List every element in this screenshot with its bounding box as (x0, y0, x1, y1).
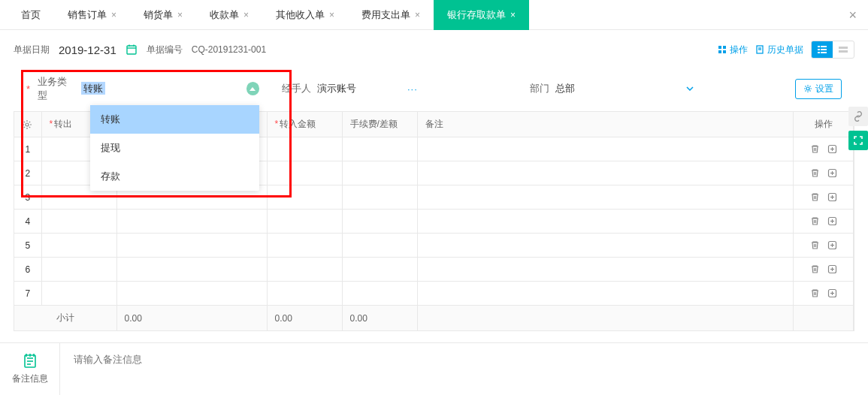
notes-icon (22, 353, 38, 369)
row-index: 4 (14, 210, 41, 234)
subtotal-label: 小计 (14, 306, 116, 331)
tab-other-income[interactable]: 其他收入单× (262, 0, 348, 30)
dept-value[interactable]: 总部 (555, 82, 575, 95)
dropdown-option-deposit[interactable]: 存款 (90, 162, 259, 191)
row-index: 6 (14, 258, 41, 282)
svg-rect-16 (821, 52, 827, 53)
close-icon[interactable]: × (111, 0, 116, 30)
view-card-button[interactable] (833, 41, 854, 58)
ellipsis-icon[interactable]: ··· (407, 83, 418, 95)
tab-expense[interactable]: 费用支出单× (348, 0, 434, 30)
row-index: 5 (14, 234, 41, 258)
svg-rect-6 (718, 50, 721, 53)
row-index: 7 (14, 282, 41, 306)
doc-header: 单据日期 2019-12-31 单据编号 CQ-20191231-001 操作 … (0, 30, 868, 69)
view-list-button[interactable] (812, 41, 833, 58)
svg-rect-13 (818, 49, 820, 50)
close-icon[interactable]: × (177, 0, 183, 30)
link-icon[interactable] (848, 107, 868, 126)
svg-rect-0 (127, 46, 136, 54)
table-row[interactable]: 6 (14, 258, 854, 282)
tab-bank-transfer[interactable]: 银行存取款单× (434, 0, 529, 30)
svg-rect-17 (839, 47, 848, 49)
delete-row-icon[interactable] (810, 144, 820, 154)
gear-column-header[interactable] (14, 112, 41, 137)
handler-value[interactable]: 演示账号 (317, 82, 356, 95)
doc-no-value: CQ-20191231-001 (192, 44, 266, 55)
add-row-icon[interactable] (827, 216, 837, 226)
dropdown-option-withdraw[interactable]: 提现 (90, 134, 259, 162)
table-row[interactable]: 4 (14, 210, 854, 234)
tab-bar: 首页 销售订单× 销货单× 收款单× 其他收入单× 费用支出单× 银行存取款单×… (0, 0, 868, 30)
close-icon[interactable]: × (243, 0, 249, 30)
date-value[interactable]: 2019-12-31 (59, 44, 116, 56)
col-remark: 备注 (417, 112, 794, 137)
svg-rect-7 (723, 50, 726, 53)
row-index: 2 (14, 161, 41, 185)
view-toggle (811, 41, 854, 59)
delete-row-icon[interactable] (810, 288, 820, 298)
add-row-icon[interactable] (827, 240, 837, 250)
svg-rect-12 (821, 46, 827, 47)
expand-icon[interactable] (848, 131, 868, 150)
close-icon[interactable]: × (329, 0, 334, 30)
delete-row-icon[interactable] (810, 192, 820, 202)
table-row[interactable]: 7 (14, 282, 854, 306)
biz-type-select[interactable]: 转账 (81, 79, 240, 99)
row-index: 1 (14, 137, 41, 161)
biz-type-label: 业务类型 (38, 75, 75, 102)
tab-home[interactable]: 首页 (8, 0, 54, 30)
subtotal-in: 0.00 (267, 306, 342, 331)
notes-tab[interactable]: 备注信息 (0, 343, 60, 395)
footer-notes: 备注信息 (0, 342, 868, 395)
svg-rect-4 (718, 46, 721, 49)
delete-row-icon[interactable] (810, 264, 820, 274)
history-link[interactable]: 历史单据 (755, 44, 803, 56)
tab-sales-order[interactable]: 销售订单× (54, 0, 130, 30)
float-toolbar (848, 107, 868, 150)
delete-row-icon[interactable] (810, 168, 820, 178)
date-label: 单据日期 (14, 44, 50, 56)
close-icon[interactable]: × (415, 0, 420, 30)
tab-receipt[interactable]: 收款单× (196, 0, 262, 30)
operations-link[interactable]: 操作 (718, 44, 748, 56)
row-index: 3 (14, 185, 41, 210)
tab-delivery[interactable]: 销货单× (130, 0, 196, 30)
chevron-up-icon[interactable] (246, 82, 259, 95)
add-row-icon[interactable] (827, 144, 837, 154)
delete-row-icon[interactable] (810, 216, 820, 226)
table-row[interactable]: 5 (14, 234, 854, 258)
handler-label: 经手人 (282, 82, 311, 95)
svg-rect-14 (821, 49, 827, 50)
dropdown-option-transfer[interactable]: 转账 (90, 105, 259, 134)
svg-point-20 (26, 123, 29, 126)
subtotal-fee: 0.00 (342, 306, 417, 331)
close-all-icon[interactable]: × (848, 8, 857, 23)
svg-rect-18 (839, 50, 848, 53)
calendar-icon[interactable] (126, 44, 138, 56)
delete-row-icon[interactable] (810, 240, 820, 250)
col-ops: 操作 (794, 112, 854, 137)
add-row-icon[interactable] (827, 288, 837, 298)
dept-field: 部门 总部 (530, 82, 740, 95)
col-in-amount: *转入金额 (267, 112, 342, 137)
settings-button[interactable]: 设置 (795, 79, 842, 99)
biz-type-field: * 业务类型 转账 (26, 75, 259, 102)
notes-input[interactable] (74, 354, 854, 365)
biz-type-dropdown: 转账 提现 存款 (90, 105, 259, 191)
add-row-icon[interactable] (827, 192, 837, 202)
handler-field: 经手人 演示账号 ··· (282, 82, 507, 95)
doc-no-label: 单据编号 (147, 44, 183, 56)
svg-point-19 (806, 87, 809, 90)
dept-label: 部门 (530, 82, 549, 95)
chevron-down-icon[interactable] (686, 86, 694, 91)
svg-rect-5 (723, 46, 726, 49)
add-row-icon[interactable] (827, 264, 837, 274)
close-icon[interactable]: × (510, 0, 516, 30)
svg-rect-15 (818, 52, 820, 53)
subtotal-out: 0.00 (116, 306, 267, 331)
add-row-icon[interactable] (827, 168, 837, 178)
subtotal-row: 小计 0.00 0.00 0.00 (14, 306, 854, 331)
col-fee: 手续费/差额 (342, 112, 417, 137)
svg-rect-11 (818, 46, 820, 47)
